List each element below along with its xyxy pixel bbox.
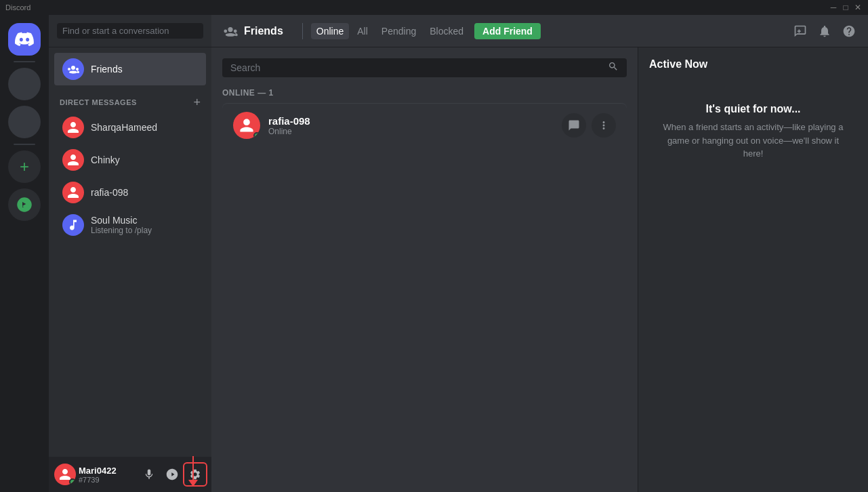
mute-button[interactable] (138, 464, 160, 485)
dm-search-bar (49, 15, 211, 47)
friends-search-input[interactable] (230, 62, 608, 73)
friend-info-rafia: rafia-098 Online (268, 115, 554, 136)
user-info: Mari0422 #7739 (79, 466, 136, 484)
top-nav: Friends Online All Pending Blocked Add F… (211, 15, 868, 47)
dm-avatar-rafia (62, 182, 84, 203)
friends-area: ONLINE — 1 rafia-098 Online (211, 47, 868, 492)
dm-sidebar: Friends DIRECT MESSAGES + SharqaHameed (49, 15, 211, 492)
maximize-button[interactable]: □ (841, 3, 850, 12)
friend-actions-rafia (562, 113, 616, 138)
app-title: Discord (5, 3, 30, 12)
add-friend-button[interactable]: Add Friend (474, 23, 541, 39)
user-name: Mari0422 (79, 466, 136, 476)
explore-servers-button[interactable] (8, 188, 41, 221)
friend-status-dot-rafia (253, 132, 260, 139)
server-sidebar: + (0, 15, 49, 492)
dm-avatar-soul (62, 214, 84, 236)
deafen-button[interactable] (161, 464, 183, 485)
user-avatar (54, 464, 76, 485)
title-bar: Discord ─ □ ✕ (0, 0, 868, 15)
nav-divider (302, 23, 303, 39)
app-container: + Friends D (0, 15, 868, 492)
dm-avatar-sharqa (62, 117, 84, 138)
friends-icon (62, 58, 84, 80)
dm-name-sharqa: SharqaHameed (91, 122, 201, 133)
sidebar-item-friends[interactable]: Friends (54, 53, 206, 85)
search-icon (608, 61, 619, 75)
friends-search-bar (222, 58, 627, 77)
active-now-empty-title: It's quiet for now... (705, 103, 800, 115)
dm-avatar-chinky (62, 149, 84, 171)
user-status-dot (69, 478, 76, 485)
message-friend-button[interactable] (562, 113, 586, 138)
dm-item-sharqa[interactable]: SharqaHameed (54, 111, 206, 144)
dm-name-soul: Soul Music (91, 215, 201, 226)
friend-status-rafia: Online (268, 127, 554, 136)
dm-name-chinky: Chinky (91, 155, 201, 165)
minimize-button[interactable]: ─ (829, 3, 838, 12)
dm-sub-soul: Listening to /play (91, 226, 201, 235)
server-icon-home[interactable] (8, 23, 41, 56)
server-divider (14, 61, 35, 62)
active-now-empty-desc: When a friend starts an activity—like pl… (660, 121, 846, 161)
user-tag: #7739 (79, 476, 136, 484)
active-now-panel: Active Now It's quiet for now... When a … (638, 47, 868, 492)
main-content: Friends Online All Pending Blocked Add F… (211, 15, 868, 492)
server-icon-forest[interactable] (8, 68, 41, 100)
friends-list-panel: ONLINE — 1 rafia-098 Online (211, 47, 638, 492)
tab-online[interactable]: Online (311, 23, 349, 39)
active-now-title: Active Now (649, 58, 857, 70)
dm-item-chinky[interactable]: Chinky (54, 144, 206, 176)
dm-info-sharqa: SharqaHameed (91, 122, 201, 133)
user-panel: Mari0422 #7739 (49, 457, 211, 492)
dm-name-rafia: rafia-098 (91, 187, 201, 198)
new-group-dm-button[interactable] (792, 23, 808, 39)
friends-nav-icon (222, 23, 239, 39)
nav-friends-title: Friends (244, 25, 283, 37)
server-divider-2 (14, 144, 35, 145)
dm-add-button[interactable]: + (193, 96, 201, 108)
dm-item-soul[interactable]: Soul Music Listening to /play (54, 209, 206, 241)
add-server-button[interactable]: + (8, 150, 41, 183)
friend-name-rafia: rafia-098 (268, 115, 554, 127)
settings-button[interactable] (184, 464, 206, 485)
active-now-empty: It's quiet for now... When a friend star… (649, 81, 857, 182)
more-options-button[interactable] (592, 113, 616, 138)
tab-all[interactable]: All (352, 23, 373, 39)
dm-info-soul: Soul Music Listening to /play (91, 215, 201, 235)
help-button[interactable] (841, 23, 857, 39)
window-controls: ─ □ ✕ (829, 3, 863, 12)
close-button[interactable]: ✕ (853, 3, 863, 12)
dm-info-rafia: rafia-098 (91, 187, 201, 198)
user-panel-controls (138, 464, 206, 485)
dm-search-input[interactable] (57, 23, 203, 39)
friend-item-rafia[interactable]: rafia-098 Online (222, 103, 627, 147)
friends-label: Friends (91, 64, 123, 75)
online-section-header: ONLINE — 1 (222, 88, 627, 98)
dm-item-rafia[interactable]: rafia-098 (54, 176, 206, 209)
friend-avatar-rafia (233, 112, 260, 139)
dm-header-label: DIRECT MESSAGES (60, 98, 137, 106)
dm-info-chinky: Chinky (91, 155, 201, 165)
server-icon-mountain[interactable] (8, 106, 41, 138)
inbox-button[interactable] (817, 23, 833, 39)
dm-list: Friends DIRECT MESSAGES + SharqaHameed (49, 47, 211, 457)
tab-pending[interactable]: Pending (376, 23, 421, 39)
dm-section-header: DIRECT MESSAGES + (49, 85, 211, 111)
tab-blocked[interactable]: Blocked (424, 23, 469, 39)
